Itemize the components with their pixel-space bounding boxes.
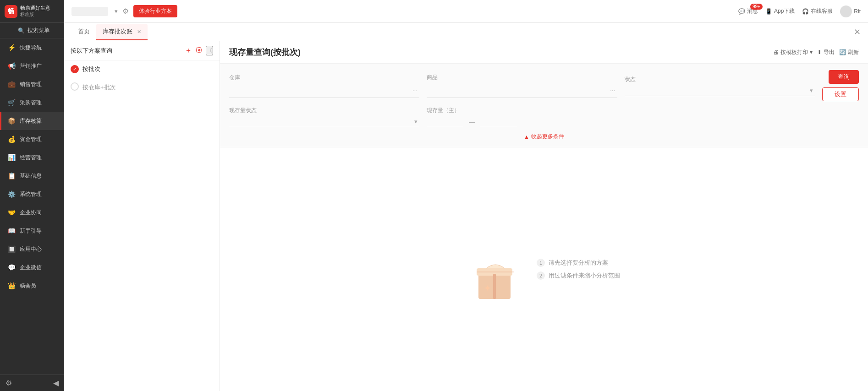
tab-inventory-batch[interactable]: 库存批次账 ✕: [96, 24, 148, 40]
tab-home[interactable]: 首页: [71, 24, 96, 40]
message-icon: 💬: [738, 8, 745, 15]
message-btn[interactable]: 💬 消息 99+: [738, 7, 758, 15]
query-btn[interactable]: 查询: [829, 70, 859, 84]
nav-label: 企业协同: [20, 209, 42, 217]
sidebar-item-inventory[interactable]: 📦 库存核算: [0, 112, 64, 130]
warehouse-input[interactable]: [231, 85, 412, 96]
app-download-label: App下载: [774, 7, 795, 15]
sidebar-item-finance[interactable]: 💰 资金管理: [0, 130, 64, 148]
set-btn[interactable]: 设置: [822, 87, 859, 101]
message-badge: 99+: [750, 4, 763, 10]
sidebar-item-collab[interactable]: 🤝 企业协同: [0, 203, 64, 222]
phone-icon: 📱: [765, 8, 772, 15]
nav-label: 采购管理: [20, 99, 42, 107]
nav-label: 快捷导航: [20, 44, 42, 52]
sidebar-item-purchase[interactable]: 🛒 采购管理: [0, 93, 64, 112]
page-header-actions: 🖨 按模板打印 ▾ ⬆ 导出 🔄 刷新: [773, 49, 859, 56]
product-dots[interactable]: ···: [610, 87, 615, 94]
tab-close-icon[interactable]: ✕: [137, 29, 141, 34]
sidebar-item-sales[interactable]: 💼 销售管理: [0, 75, 64, 93]
close-all-tabs-btn[interactable]: ✕: [854, 27, 861, 37]
status-select[interactable]: [625, 85, 815, 96]
headset-icon: 🎧: [802, 8, 809, 15]
refresh-btn[interactable]: 🔄 刷新: [839, 49, 859, 56]
nav-label: 新手引导: [20, 227, 42, 235]
settings-bottom-icon[interactable]: ⚙: [5, 379, 12, 387]
sidebar-item-marketing[interactable]: 📢 营销推广: [0, 57, 64, 75]
left-panel-header: 按以下方案查询 ＋ 《: [64, 41, 220, 60]
tab-inventory-batch-label: 库存批次账: [103, 28, 132, 35]
topbar-right: 💬 消息 99+ 📱 App下载 🎧 在线客服 Rit: [738, 5, 861, 17]
hint-2-text: 用过滤条件来缩小分析范围: [549, 272, 620, 280]
sidebar-item-wechat[interactable]: 💬 企业微信: [0, 258, 64, 277]
plan-active-icon: ✓: [71, 65, 79, 73]
collapse-panel-btn[interactable]: 《: [206, 46, 213, 55]
app-download-btn[interactable]: 📱 App下载: [765, 7, 795, 15]
nav-label: 销售管理: [20, 81, 42, 88]
collapse-more-btn[interactable]: ▲ 收起更多条件: [229, 133, 859, 141]
user-menu[interactable]: Rit: [840, 5, 861, 17]
hint-1-num: 1: [537, 259, 545, 267]
plan-settings-btn[interactable]: [196, 47, 202, 55]
topbar-left: ▾ ⚙ 体验行业方案: [71, 5, 177, 17]
collapse-sidebar-icon[interactable]: ◀: [53, 379, 59, 387]
search-label: 搜索菜单: [27, 27, 49, 34]
sidebar-item-member[interactable]: 👑 畅会员: [0, 277, 64, 295]
print-btn[interactable]: 🖨 按模板打印 ▾: [773, 49, 813, 56]
svg-rect-3: [493, 274, 496, 299]
online-service-btn[interactable]: 🎧 在线客服: [802, 7, 833, 15]
sidebar: 畅 畅康通好生意 标准版 🔍 搜索菜单 ⚡ 快捷导航 📢 营销推广 💼 销售管理…: [0, 0, 64, 391]
filter-area: 仓库 ··· 商品 ···: [220, 64, 868, 147]
user-avatar: [840, 5, 852, 17]
inventory-icon: 📦: [7, 116, 16, 125]
print-dropdown-icon[interactable]: ▾: [810, 49, 813, 55]
product-input-wrapper: ···: [427, 83, 617, 98]
sidebar-nav: ⚡ 快捷导航 📢 营销推广 💼 销售管理 🛒 采购管理 📦 库存核算 💰 资金管…: [0, 38, 64, 375]
topbar: ▾ ⚙ 体验行业方案 💬 消息 99+ 📱 App下载 🎧 在线客服 Rit: [64, 0, 868, 23]
left-panel-title: 按以下方案查询: [71, 47, 112, 55]
sidebar-search[interactable]: 🔍 搜索菜单: [0, 23, 64, 38]
industry-btn[interactable]: 体验行业方案: [133, 5, 177, 17]
plan-item-by-warehouse-batch[interactable]: 按仓库+批次: [64, 78, 220, 97]
stock-qty-max[interactable]: [480, 116, 517, 127]
member-icon: 👑: [7, 281, 16, 290]
sidebar-bottom: ⚙ ◀: [0, 375, 64, 391]
stock-status-label: 现存量状态: [229, 107, 419, 114]
filter-product: 商品 ···: [427, 74, 617, 98]
sidebar-item-system[interactable]: ⚙️ 系统管理: [0, 185, 64, 203]
product-input[interactable]: [429, 85, 610, 96]
search-icon: 🔍: [18, 27, 25, 34]
nav-label: 资金管理: [20, 136, 42, 143]
sidebar-item-quick[interactable]: ⚡ 快捷导航: [0, 38, 64, 57]
collapse-up-icon: ▲: [524, 134, 529, 140]
plan-item-by-batch[interactable]: ✓ 按批次: [64, 60, 220, 78]
nav-label: 库存核算: [20, 117, 42, 125]
export-btn[interactable]: ⬆ 导出: [817, 49, 835, 56]
empty-box-svg: ✦: [470, 251, 521, 301]
collapse-more-label: 收起更多条件: [531, 133, 564, 141]
warehouse-dots[interactable]: ···: [412, 87, 418, 94]
stock-status-select-wrapper: ▾: [229, 116, 419, 127]
sidebar-header: 畅 畅康通好生意 标准版: [0, 0, 64, 23]
stock-qty-min[interactable]: [427, 116, 463, 127]
app-logo: 畅: [5, 5, 17, 18]
breadcrumb-input[interactable]: [71, 7, 108, 16]
left-panel: 按以下方案查询 ＋ 《 ✓ 按批次: [64, 41, 220, 391]
sidebar-item-apps[interactable]: 🔲 应用中心: [0, 240, 64, 258]
sidebar-item-ops[interactable]: 📊 经营管理: [0, 148, 64, 167]
page-header: 现存量查询(按批次) 🖨 按模板打印 ▾ ⬆ 导出 🔄 刷新: [220, 41, 868, 64]
settings-icon[interactable]: ⚙: [122, 7, 129, 16]
empty-hints: 1 请先选择要分析的方案 2 用过滤条件来缩小分析范围: [537, 259, 620, 280]
sidebar-item-basic[interactable]: 📋 基础信息: [0, 167, 64, 185]
range-dash: —: [467, 119, 477, 125]
filter-warehouse: 仓库 ···: [229, 74, 419, 98]
stock-status-select[interactable]: [229, 116, 419, 127]
wechat-icon: 💬: [7, 263, 16, 272]
plan-warehouse-batch-label: 按仓库+批次: [82, 83, 116, 92]
filter-stock-qty: 现存量（主） —: [427, 107, 617, 127]
breadcrumb-dropdown-icon[interactable]: ▾: [115, 8, 118, 15]
sidebar-item-guide[interactable]: 📖 新手引导: [0, 222, 64, 240]
print-label: 按模板打印: [780, 49, 808, 56]
add-plan-btn[interactable]: ＋: [185, 46, 192, 55]
warehouse-input-wrapper: ···: [229, 83, 419, 98]
